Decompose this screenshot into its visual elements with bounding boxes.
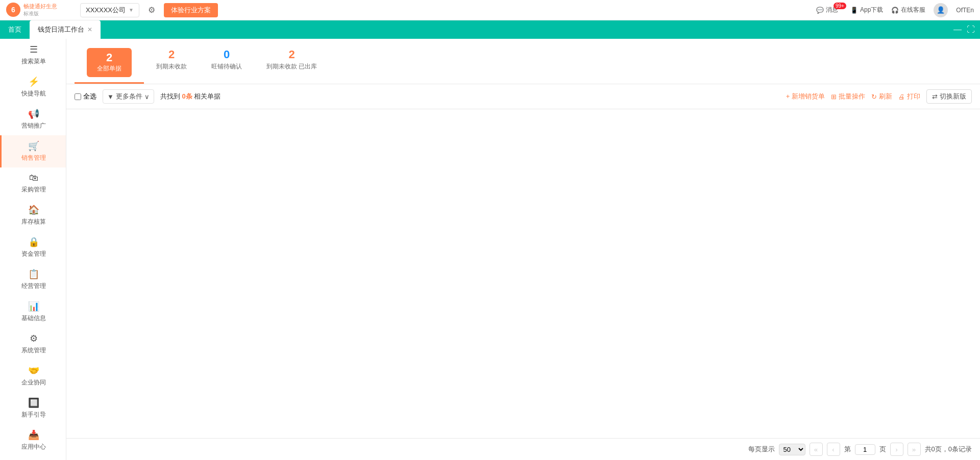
tab-maximize-icon[interactable]: ⛶	[967, 25, 975, 34]
sidebar-item-label: 库存核算	[21, 217, 46, 226]
result-text: 共找到 0条 相关单据	[160, 92, 220, 101]
message-icon: 💬	[816, 7, 824, 14]
logo-sub: 标准版	[23, 10, 57, 17]
refresh-action[interactable]: ↻ 刷新	[871, 92, 892, 101]
stat-shipped-num: 2	[289, 48, 295, 61]
system-icon: ⚙	[30, 333, 38, 344]
sales-icon: 🛒	[28, 140, 39, 152]
sidebar-item-label: 快捷导航	[21, 89, 46, 98]
select-all-checkbox[interactable]	[75, 93, 81, 100]
stat-tab-wangpu[interactable]: 0 旺铺待确认	[199, 44, 254, 84]
operations-icon: 📋	[28, 269, 39, 280]
basic-info-icon: 📊	[28, 301, 39, 312]
sidebar-item-basic-info[interactable]: 📊 基础信息	[0, 296, 66, 328]
sidebar-item-label: 销售管理	[21, 154, 46, 162]
app-download-action[interactable]: 📱 App下载	[850, 6, 883, 14]
company-name: XXXXXX公司	[86, 6, 126, 15]
sidebar-item-label: 经营管理	[21, 282, 46, 290]
select-all-label: 全选	[83, 92, 96, 101]
sidebar-item-guide[interactable]: 🔲 新手引导	[0, 392, 66, 424]
toolbar-left: 全选 ▼ 更多条件 ∨ 共找到 0条 相关单据	[75, 89, 220, 104]
purchase-icon: 🛍	[29, 173, 38, 183]
sidebar-item-sales[interactable]: 🛒 销售管理	[0, 135, 66, 167]
first-page-btn[interactable]: «	[810, 443, 823, 456]
chevron-down-icon: ▼	[129, 7, 134, 13]
sidebar-item-label: 搜索菜单	[21, 57, 46, 66]
inventory-icon: 🏠	[28, 204, 39, 215]
tab-bar: 首页 钱货日清工作台 ✕ — ⛶	[0, 20, 980, 39]
enterprise-icon: 🤝	[28, 365, 39, 376]
app-download-label: App下载	[860, 6, 883, 14]
tab-minimize-icon[interactable]: —	[953, 25, 962, 34]
sidebar-item-label: 营销推广	[21, 122, 46, 130]
sidebar-item-quick-nav[interactable]: ⚡ 快捷导航	[0, 71, 66, 103]
online-service-action[interactable]: 🎧 在线客服	[891, 6, 925, 14]
filter-label: 更多条件	[116, 92, 142, 101]
sidebar-item-system[interactable]: ⚙ 系统管理	[0, 328, 66, 360]
page-input[interactable]	[855, 444, 875, 455]
finance-icon: 🔒	[28, 236, 39, 248]
filter-arrow-icon: ∨	[144, 93, 150, 101]
print-action[interactable]: 🖨 打印	[898, 92, 920, 101]
sidebar-item-label: 新手引导	[21, 410, 46, 419]
settings-icon[interactable]: ⚙	[144, 3, 159, 17]
stat-tab-all[interactable]: 2 全部单据	[75, 44, 144, 84]
message-action[interactable]: 💬 消息 99+	[816, 6, 842, 14]
next-page-btn[interactable]: ›	[890, 443, 903, 456]
pagination-bar: 每页显示 50 10 20 100 « ‹ 第 页 › » 共0页，0条记录	[66, 438, 980, 460]
sidebar-item-wechat[interactable]: 💬 企业微信	[0, 456, 66, 460]
quick-nav-icon: ⚡	[28, 76, 39, 87]
select-all-area: 全选	[75, 92, 96, 101]
total-text: 共0页，0条记录	[925, 445, 972, 454]
batch-action[interactable]: ⊞ 批量操作	[831, 92, 865, 101]
sidebar-item-app-center[interactable]: 📥 应用中心	[0, 424, 66, 456]
user-name: OfTEn	[956, 7, 974, 14]
header-right: 💬 消息 99+ 📱 App下载 🎧 在线客服 👤 OfTEn	[816, 3, 974, 17]
sidebar-item-finance[interactable]: 🔒 资金管理	[0, 231, 66, 263]
sidebar-item-operations[interactable]: 📋 经营管理	[0, 263, 66, 296]
download-icon: 📱	[850, 7, 858, 14]
page-size-select[interactable]: 50 10 20 100	[779, 444, 805, 455]
result-count: 0条	[182, 92, 192, 100]
avatar-icon: 👤	[937, 6, 945, 14]
table-area	[66, 109, 980, 438]
avatar[interactable]: 👤	[934, 3, 948, 17]
sidebar-item-inventory[interactable]: 🏠 库存核算	[0, 199, 66, 231]
page-suffix: 页	[879, 445, 886, 454]
tab-close-icon[interactable]: ✕	[87, 26, 92, 33]
switch-btn[interactable]: ⇄ 切换新版	[926, 89, 972, 104]
service-icon: 🎧	[891, 7, 899, 14]
tab-home-label: 首页	[8, 25, 21, 34]
stat-shipped-label: 到期未收款 已出库	[266, 62, 317, 71]
guide-icon: 🔲	[28, 397, 39, 408]
online-service-label: 在线客服	[901, 6, 925, 14]
sidebar-item-purchase[interactable]: 🛍 采购管理	[0, 167, 66, 199]
sidebar-item-label: 系统管理	[21, 346, 46, 355]
content-area: 2 全部单据 2 到期未收款 0 旺铺待确认 2 到期未收款 已出库	[66, 39, 980, 460]
stat-all-num: 2	[106, 51, 112, 64]
stat-tab-overdue[interactable]: 2 到期未收款	[144, 44, 199, 84]
stat-overdue-num: 2	[168, 48, 175, 61]
refresh-label: 刷新	[879, 92, 892, 101]
sidebar-item-label: 资金管理	[21, 250, 46, 258]
filter-icon: ▼	[107, 93, 114, 101]
filter-btn[interactable]: ▼ 更多条件 ∨	[103, 89, 154, 104]
print-label: 打印	[907, 92, 920, 101]
stat-wangpu-num: 0	[224, 48, 230, 61]
prev-page-btn[interactable]: ‹	[827, 443, 840, 456]
last-page-btn[interactable]: »	[908, 443, 921, 456]
page-label: 第	[844, 445, 851, 454]
stats-tabs: 2 全部单据 2 到期未收款 0 旺铺待确认 2 到期未收款 已出库	[66, 39, 980, 84]
stat-tab-shipped[interactable]: 2 到期未收款 已出库	[254, 44, 329, 84]
sidebar-item-search-menu[interactable]: ☰ 搜索菜单	[0, 39, 66, 71]
new-sale-btn[interactable]: + 新增销货单	[786, 92, 825, 101]
sidebar-item-marketing[interactable]: 📢 营销推广	[0, 103, 66, 135]
header-middle: XXXXXX公司 ▼ ⚙ 体验行业方案	[72, 3, 816, 17]
sidebar-item-label: 基础信息	[21, 314, 46, 323]
message-badge: 99+	[834, 3, 846, 9]
sidebar-item-enterprise[interactable]: 🤝 企业协同	[0, 360, 66, 392]
tab-home[interactable]: 首页	[0, 20, 30, 39]
company-selector[interactable]: XXXXXX公司 ▼	[80, 3, 139, 17]
tab-workbench[interactable]: 钱货日清工作台 ✕	[30, 20, 101, 39]
trial-btn[interactable]: 体验行业方案	[164, 3, 218, 17]
